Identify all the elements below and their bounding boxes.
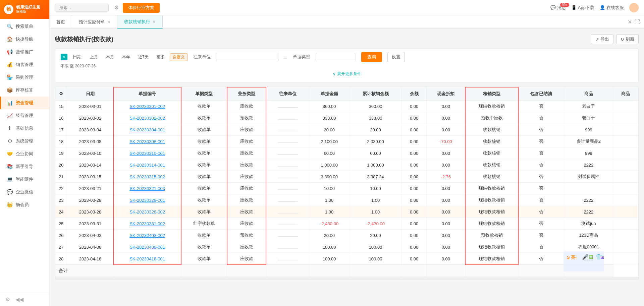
partner-filter-label: 往来单位 (193, 54, 211, 60)
sidebar-item-sales[interactable]: 💰销售管理 (0, 58, 49, 71)
col-goods-header: 商品 (564, 87, 613, 101)
voucher-link[interactable]: SK-20230328-002 (129, 209, 165, 215)
refresh-button[interactable]: ↻ 刷新 (616, 34, 639, 44)
partner-input[interactable] (216, 53, 278, 61)
cell-cash-discount: 0.00 (427, 101, 466, 112)
date-btn-last-month[interactable]: 上月 (87, 53, 101, 61)
voucher-link[interactable]: SK-20230302-002 (129, 116, 165, 121)
sidebar-item-finance[interactable]: 📊资金管理 (0, 97, 49, 109)
date-btn-this-month[interactable]: 本月 (103, 53, 117, 61)
voucher-link[interactable]: SK-20230301-002 (129, 104, 165, 109)
topbar-message[interactable]: 💬 消息 99+ (550, 5, 566, 11)
cell-balance: 0.00 (402, 112, 427, 124)
export-icon: ↗ (595, 37, 599, 42)
voucher-link[interactable]: SK-20230310-001 (129, 151, 165, 156)
tab-expand-icon[interactable]: ⛶ (635, 19, 640, 25)
sidebar-bottom: ⚙ ◀◀ (0, 293, 49, 306)
expand-conditions-row[interactable]: ∨ 展开更多条件 (61, 69, 633, 79)
voucher-link[interactable]: SK-20230328-001 (129, 198, 165, 203)
cell-goods2 (613, 101, 638, 112)
voucher-link[interactable]: SK-20230308-001 (129, 139, 165, 144)
voucher-link[interactable]: SK-20230331-002 (129, 221, 165, 226)
topbar-app-download[interactable]: 📱 App下载 (571, 5, 594, 11)
cell-balance: 0.00 (402, 101, 427, 112)
partner-value (278, 248, 298, 249)
tab-home[interactable]: 首页 (50, 15, 72, 28)
tab-prepay[interactable]: 预计应应付单 ✕ (72, 15, 117, 28)
partner-value (278, 201, 298, 202)
cell-goods2 (613, 159, 638, 171)
tab-prepay-close[interactable]: ✕ (107, 20, 110, 24)
date-btn-custom[interactable]: 自定义 (170, 53, 188, 61)
refresh-icon: ↻ (621, 37, 624, 42)
voucher-link[interactable]: SK-20230321-003 (129, 186, 165, 191)
cell-amount: 20.00 (309, 124, 350, 136)
col-goods2-header: 商品 (613, 87, 638, 101)
tab-receipt-verify-close[interactable]: ✕ (152, 19, 156, 24)
logo-subtitle: 标推版 (16, 9, 40, 14)
col-cumulative-header: 累计核销金额 (350, 87, 402, 101)
cell-seq: 22 (55, 183, 67, 194)
query-button[interactable]: 查询 (361, 52, 382, 62)
cell-cash-discount: 0.00 (427, 230, 466, 241)
sidebar-item-guide[interactable]: 📚新手引导 (0, 160, 49, 173)
sidebar-item-operations[interactable]: 📈经营管理 (0, 109, 49, 122)
voucher-link[interactable]: SK-20230408-001 (129, 245, 165, 250)
tab-receipt-verify[interactable]: 收款核销执行 ✕ (117, 15, 163, 28)
filter-expand-arrow[interactable]: » (61, 54, 67, 60)
sidebar-item-search[interactable]: 🔍搜索菜单 (0, 20, 49, 33)
col-balance-header: 余额 (402, 87, 427, 101)
main-area: ⚙ 体验行业方案 💬 消息 99+ 📱 App下载 👤 在线客服 首页 预计应应… (50, 0, 644, 306)
total-cell (427, 265, 466, 277)
sidebar: 畅 畅康道好生意 标推版 🔍搜索菜单🏠快捷导航📢营销推广💰销售管理🏪采购管理📦库… (0, 0, 50, 306)
basic-icon: ℹ (6, 125, 13, 131)
voucher-link[interactable]: SK-20230315-002 (129, 174, 165, 179)
topbar-search-input[interactable] (55, 4, 109, 12)
sidebar-item-basic[interactable]: ℹ基础信息 (0, 122, 49, 135)
topbar-online-service[interactable]: 👤 在线客服 (600, 5, 624, 11)
total-cell (518, 265, 564, 277)
cell-biz-type: 应收款 (227, 147, 266, 159)
settings-bottom-icon[interactable]: ⚙ (5, 296, 10, 303)
cell-amount: 360.00 (309, 101, 350, 112)
sidebar-item-hardware[interactable]: 💻智能硬件 (0, 173, 49, 186)
cell-goods (564, 183, 613, 194)
export-button[interactable]: ↗ 导出 (591, 34, 613, 44)
voucher-link[interactable]: SK-20230403-002 (129, 233, 165, 238)
cell-verify-type: 预收中应收 (465, 112, 518, 124)
voucher-type-select[interactable] (316, 53, 356, 61)
tab-close-icon[interactable]: ✕ (628, 19, 632, 25)
voucher-link[interactable]: SK-20230418-001 (129, 256, 165, 261)
sidebar-item-purchase[interactable]: 🏪采购管理 (0, 71, 49, 84)
cell-goods: 2222 (564, 159, 613, 171)
cell-seq: 15 (55, 101, 67, 112)
voucher-link[interactable]: SK-20230304-001 (129, 127, 165, 132)
cell-cumulative: 333.00 (350, 112, 402, 124)
collapse-icon[interactable]: ◀◀ (15, 296, 23, 303)
date-btn-7days[interactable]: 近7天 (135, 53, 152, 61)
cell-cumulative: 100.00 (350, 241, 402, 253)
sidebar-item-inventory[interactable]: 📦库存核算 (0, 84, 49, 97)
topbar-gear-icon[interactable]: ⚙ (114, 4, 119, 11)
expand-btn[interactable]: ∨ 展开更多条件 (333, 71, 361, 77)
settings-button[interactable]: 设置 (387, 52, 405, 62)
col-settings-header[interactable]: ⚙ (55, 87, 67, 101)
sidebar-item-quick-nav[interactable]: 🏠快捷导航 (0, 33, 49, 46)
industry-btn[interactable]: 体验行业方案 (123, 3, 160, 13)
total-row: 合计 (55, 265, 638, 277)
sidebar-item-wechat[interactable]: 💬企业微信 (0, 186, 49, 198)
cell-cumulative: 20.00 (350, 230, 402, 241)
table-row: 18 2023-03-08 SK-20230308-001 收款单 应收款 2,… (55, 136, 638, 147)
cell-cash-discount: 0.00 (427, 183, 466, 194)
sidebar-item-enterprise[interactable]: 🤝企业协同 (0, 147, 49, 160)
sidebar-item-system[interactable]: ⚙系统管理 (0, 135, 49, 147)
date-btn-more[interactable]: 更多 (154, 53, 168, 61)
date-btn-this-year[interactable]: 本年 (119, 53, 133, 61)
voucher-link[interactable]: SK-20230314-001 (129, 163, 165, 168)
cell-cash-discount: 0.00 (427, 124, 466, 136)
cell-balance: 0.00 (402, 171, 427, 183)
sidebar-item-member[interactable]: 👑畅会员 (0, 198, 49, 211)
tab-prepay-label: 预计应应付单 (79, 19, 105, 25)
cell-cumulative: 1,000.00 (350, 159, 402, 171)
sidebar-item-marketing[interactable]: 📢营销推广 (0, 46, 49, 58)
